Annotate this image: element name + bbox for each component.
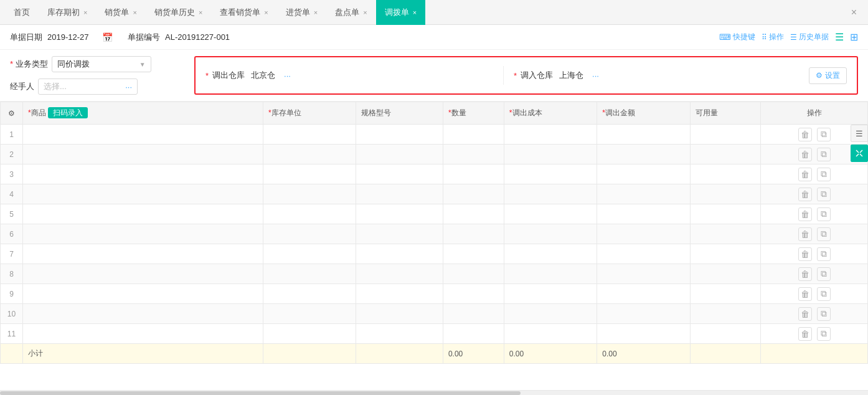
operations-btn[interactable]: ⠿ 操作 xyxy=(762,32,784,42)
copy-icon[interactable]: ⧉ xyxy=(817,327,831,341)
tab-sales-history[interactable]: 销货单历史 × xyxy=(146,0,211,25)
table-row: 11🗑⧉ xyxy=(1,324,868,344)
scan-entry-btn[interactable]: 扫码录入 xyxy=(48,107,88,118)
docno-label: 单据编号 xyxy=(128,32,160,43)
delete-icon[interactable]: 🗑 xyxy=(798,188,812,201)
layout-btn-2[interactable]: ⊞ xyxy=(850,31,858,43)
delete-icon[interactable]: 🗑 xyxy=(798,207,812,221)
right-toolbar: ☰ xyxy=(851,125,868,162)
out-warehouse-required: * xyxy=(205,71,209,80)
biz-required-mark: * xyxy=(10,59,13,69)
warehouse-block: * 调出仓库 北京仓 ··· * 调入仓库 上海仓 ··· ⚙ 设置 xyxy=(194,56,858,95)
shortcuts-btn[interactable]: ⌨ 快捷键 xyxy=(719,32,755,42)
tab-close-stocktake[interactable]: × xyxy=(363,9,367,16)
copy-icon[interactable]: ⧉ xyxy=(817,128,831,141)
copy-icon[interactable]: ⧉ xyxy=(817,307,831,321)
th-product: *商品 扫码录入 xyxy=(23,102,263,125)
table-row: 9🗑⧉ xyxy=(1,284,868,304)
handler-row: 经手人 选择... ··· xyxy=(10,79,184,95)
copy-icon[interactable]: ⧉ xyxy=(817,207,831,221)
th-available: 可用量 xyxy=(690,102,761,125)
copy-icon[interactable]: ⧉ xyxy=(817,168,831,181)
copy-icon[interactable]: ⧉ xyxy=(817,247,831,261)
horizontal-scrollbar[interactable] xyxy=(0,390,868,395)
scrollbar-thumb[interactable] xyxy=(0,391,521,395)
out-warehouse-value: 北京仓 xyxy=(251,70,275,81)
th-qty: *数量 xyxy=(443,102,504,125)
tab-transfer[interactable]: 调拨单 × xyxy=(376,0,425,25)
tab-close-purchase-order[interactable]: × xyxy=(314,9,318,16)
table-header-row: ⚙ *商品 扫码录入 *库存单位 规格型号 *数量 *调出成本 *调出金额 可用… xyxy=(1,102,868,125)
table-row: 6🗑⧉ xyxy=(1,224,868,244)
tab-home[interactable]: 首页 xyxy=(5,0,39,25)
form-header: 单据日期 2019-12-27 📅 单据编号 AL-20191227-001 ⌨… xyxy=(0,25,868,50)
data-table: ⚙ *商品 扫码录入 *库存单位 规格型号 *数量 *调出成本 *调出金额 可用… xyxy=(0,102,868,364)
settings-button[interactable]: ⚙ 设置 xyxy=(809,67,847,84)
table-row: 1🗑⧉ xyxy=(1,125,868,145)
history-btn[interactable]: ☰ 历史单据 xyxy=(790,32,829,42)
delete-icon[interactable]: 🗑 xyxy=(798,168,812,181)
copy-icon[interactable]: ⧉ xyxy=(817,188,831,201)
tab-close-sales-order[interactable]: × xyxy=(133,9,136,16)
th-action: 操作 xyxy=(761,102,868,125)
table-wrap: ⚙ *商品 扫码录入 *库存单位 规格型号 *数量 *调出成本 *调出金额 可用… xyxy=(0,102,868,390)
table-row: 10🗑⧉ xyxy=(1,304,868,324)
biz-block: * 业务类型 同价调拨 ▼ 经手人 选择... ··· xyxy=(10,56,184,95)
right-toolbar-list-btn[interactable]: ☰ xyxy=(851,125,868,142)
docno-field: 单据编号 AL-20191227-001 xyxy=(128,32,230,43)
out-warehouse-more-icon[interactable]: ··· xyxy=(284,71,291,80)
layout-btn-1[interactable]: ☰ xyxy=(835,31,844,43)
handler-label: 经手人 xyxy=(10,81,34,92)
tab-close-inventory-init[interactable]: × xyxy=(83,9,87,16)
delete-icon[interactable]: 🗑 xyxy=(798,148,812,161)
tab-close-sales-history[interactable]: × xyxy=(199,9,202,16)
in-warehouse-label: 调入仓库 xyxy=(521,70,553,81)
biz-type-select[interactable]: 同价调拨 ▼ xyxy=(52,56,151,72)
shortcuts-icon: ⌨ xyxy=(719,32,731,42)
copy-icon[interactable]: ⧉ xyxy=(817,148,831,161)
delete-icon[interactable]: 🗑 xyxy=(798,327,812,341)
th-gear[interactable]: ⚙ xyxy=(1,102,23,125)
table-row: 5🗑⧉ xyxy=(1,204,868,224)
tab-purchase-order[interactable]: 进货单 × xyxy=(277,0,326,25)
delete-icon[interactable]: 🗑 xyxy=(798,247,812,261)
date-value: 2019-12-27 xyxy=(47,32,97,42)
docno-value: AL-20191227-001 xyxy=(165,32,230,42)
biz-type-row: * 业务类型 同价调拨 ▼ xyxy=(10,56,184,72)
delete-icon[interactable]: 🗑 xyxy=(798,128,812,141)
date-field: 单据日期 2019-12-27 📅 xyxy=(10,32,113,43)
tab-close-transfer[interactable]: × xyxy=(413,9,417,16)
tab-close-view-sales[interactable]: × xyxy=(264,9,268,16)
in-warehouse-required: * xyxy=(514,71,517,80)
tab-inventory-init[interactable]: 库存期初 × xyxy=(39,0,96,25)
copy-icon[interactable]: ⧉ xyxy=(817,227,831,241)
table-row: 4🗑⧉ xyxy=(1,184,868,204)
tab-stocktake[interactable]: 盘点单 × xyxy=(326,0,375,25)
header-actions: ⌨ 快捷键 ⠿ 操作 ☰ 历史单据 ☰ ⊞ xyxy=(719,31,858,43)
date-label: 单据日期 xyxy=(10,32,42,43)
in-warehouse-more-icon[interactable]: ··· xyxy=(592,71,599,80)
th-spec: 规格型号 xyxy=(356,102,443,125)
tab-sales-order[interactable]: 销货单 × xyxy=(96,0,145,25)
window-close-button[interactable]: × xyxy=(845,7,863,18)
handler-more-icon[interactable]: ··· xyxy=(125,82,132,92)
delete-icon[interactable]: 🗑 xyxy=(798,227,812,241)
delete-icon[interactable]: 🗑 xyxy=(798,287,812,301)
copy-icon[interactable]: ⧉ xyxy=(817,267,831,281)
right-toolbar-expand-btn[interactable] xyxy=(851,145,868,162)
delete-icon[interactable]: 🗑 xyxy=(798,307,812,321)
th-unit: *库存单位 xyxy=(263,102,356,125)
history-icon: ☰ xyxy=(790,33,797,42)
handler-select[interactable]: 选择... ··· xyxy=(38,79,138,95)
in-warehouse-item: * 调入仓库 上海仓 ··· xyxy=(514,70,801,81)
copy-icon[interactable]: ⧉ xyxy=(817,287,831,301)
delete-icon[interactable]: 🗑 xyxy=(798,267,812,281)
tab-view-sales[interactable]: 查看销货单 × xyxy=(211,0,276,25)
th-amount: *调出金额 xyxy=(597,102,690,125)
table-row: 7🗑⧉ xyxy=(1,244,868,264)
calendar-icon[interactable]: 📅 xyxy=(102,32,113,42)
biz-type-label: * 业务类型 xyxy=(10,59,48,70)
chevron-down-icon: ▼ xyxy=(139,61,146,68)
th-cost: *调出成本 xyxy=(504,102,597,125)
table-row: 3🗑⧉ xyxy=(1,164,868,184)
